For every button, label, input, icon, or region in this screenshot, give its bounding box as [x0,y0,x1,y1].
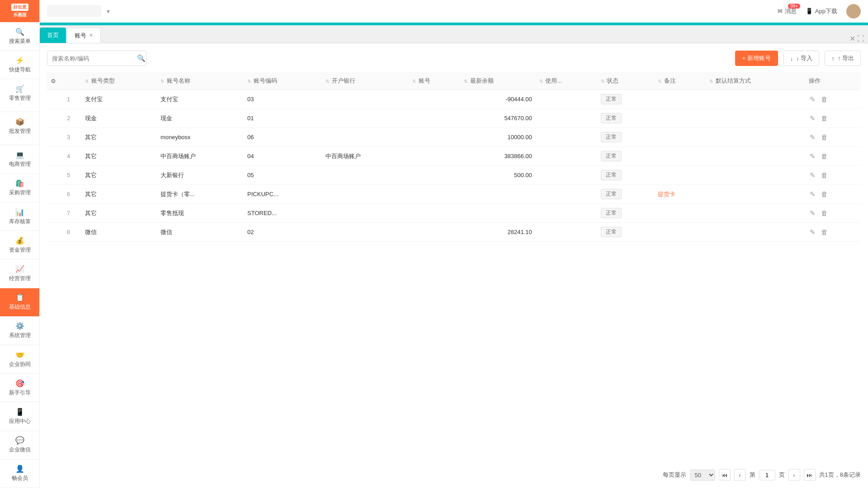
sort-account-icon: ⇅ [412,79,416,84]
col-default-header[interactable]: ⇅ 默认结算方式 [706,72,805,90]
sidebar-item-wechat[interactable]: 💬 企业微信 [0,431,39,460]
delete-button[interactable]: 🗑 [820,94,829,104]
sidebar-item-quicknav[interactable]: ⚡ 快捷导航 [0,51,39,79]
col-status-header[interactable]: ⇅ 状态 [597,72,655,90]
col-account-header[interactable]: ⇅ 账号 [409,72,460,90]
last-page-button[interactable]: ⏭ [804,469,816,481]
delete-button[interactable]: 🗑 [820,113,829,123]
sidebar-item-wholesale[interactable]: 📦 批发管理 › [0,112,39,145]
edit-button[interactable]: ✎ [809,132,816,142]
sidebar-item-retail[interactable]: 🛒 零售管理 › [0,79,39,112]
table-row: 5 其它 大新银行 05 500.00 正常 ✎ 🗑 [47,166,861,185]
row-remark-cell [654,166,706,185]
sort-balance-icon: ⇅ [464,79,467,84]
dropdown-arrow-icon[interactable]: ▾ [107,8,110,15]
sidebar-item-basicinfo[interactable]: 📋 基础信息 [0,288,39,317]
prev-page-button[interactable]: ‹ [734,469,746,481]
col-remark-label: 备注 [664,77,676,84]
page-number-input[interactable] [759,470,775,480]
sidebar-item-operations[interactable]: 📈 经营管理 [0,259,39,288]
sidebar-item-finance[interactable]: 💰 资金管理 [0,231,39,259]
row-name-cell: 提货卡（零... [157,185,244,204]
edit-button[interactable]: ✎ [809,113,816,123]
row-type-cell: 支付宝 [81,90,157,109]
row-account-cell [409,223,460,242]
search-wrap: 🔍 [47,51,146,66]
edit-button[interactable]: ✎ [809,189,816,199]
account-search-input[interactable] [47,52,132,65]
sidebar-item-purchase[interactable]: 🛍️ 采购管理 [0,174,39,202]
edit-button[interactable]: ✎ [809,170,816,180]
next-page-button[interactable]: › [788,469,800,481]
status-badge: 正常 [601,113,622,123]
row-bank-cell [322,166,409,185]
table-row: 2 现金 现金 01 547670.00 正常 ✎ 🗑 [47,109,861,128]
sidebar-item-enterprise[interactable]: 🤝 企业协同 [0,345,39,374]
app-download-button[interactable]: 📱 App下载 [806,7,837,15]
close-tab-action[interactable]: ✕ [849,34,855,43]
row-usage-cell [536,204,597,223]
search-submit-button[interactable]: 🔍 [132,51,146,66]
row-name-cell: 微信 [157,223,244,242]
expand-tab-action[interactable]: ⛶ [857,35,864,43]
status-badge: 正常 [601,94,622,104]
sidebar-item-appcenter[interactable]: 📱 应用中心 [0,402,39,431]
tab-account[interactable]: 账号 ✕ [67,28,101,43]
sidebar-item-label: 经营管理 [9,275,31,282]
appcenter-icon: 📱 [15,408,24,416]
export-button[interactable]: ↑ ↑ 导出 [825,51,861,66]
delete-button[interactable]: 🗑 [820,208,829,218]
col-name-header[interactable]: ⇅ 账号名称 [157,72,244,90]
col-remark-header[interactable]: ⇅ 备注 [654,72,706,90]
sidebar-item-label: 搜索菜单 [9,38,31,45]
row-name-cell: 支付宝 [157,90,244,109]
delete-button[interactable]: 🗑 [820,227,829,237]
page-content: 🔍 + 新增账号 ↓ ↓ 导入 ↑ ↑ 导出 ⚙ [40,43,868,488]
delete-button[interactable]: 🗑 [820,132,829,142]
sidebar-item-search[interactable]: 🔍 搜索菜单 [0,22,39,51]
sidebar-item-system[interactable]: ⚙️ 系统管理 [0,317,39,345]
row-balance-cell: 28241.10 [460,223,536,242]
import-button[interactable]: ↓ ↓ 导入 [783,51,820,66]
tab-home[interactable]: 首页 [40,28,66,43]
row-type-cell: 其它 [81,204,157,223]
content-spacer [47,242,861,464]
sidebar-item-ecommerce[interactable]: 💻 电商管理 [0,145,39,174]
row-name-cell: 零售抵现 [157,204,244,223]
sort-default-icon: ⇅ [709,79,713,84]
col-bank-header[interactable]: ⇅ 开户银行 [322,72,409,90]
row-num-cell: 8 [63,223,81,242]
message-button[interactable]: ✉ 消息 99+ [778,7,797,15]
user-avatar[interactable] [846,4,861,19]
sidebar-item-guide[interactable]: 🎯 新手引导 [0,374,39,402]
tab-close-icon[interactable]: ✕ [89,33,93,38]
wechat-icon: 💬 [15,436,24,445]
sidebar-item-inventory[interactable]: 📊 库存核算 [0,202,39,231]
table-header-row: ⚙ ⇅ 账号类型 ⇅ 账号名称 ⇅ 账号编码 [47,72,861,90]
delete-button[interactable]: 🗑 [820,189,829,199]
row-settings-cell [47,166,63,185]
col-usage-header[interactable]: ⇅ 使用... [536,72,597,90]
edit-button[interactable]: ✎ [809,151,816,161]
total-label: 共1页，8条记录 [819,471,861,479]
per-page-select[interactable]: 50 20 100 [690,469,715,481]
col-code-header[interactable]: ⇅ 账号编码 [244,72,322,90]
col-balance-header[interactable]: ⇅ 最新余额 [460,72,536,90]
edit-button[interactable]: ✎ [809,94,816,104]
delete-button[interactable]: 🗑 [820,151,829,161]
row-num-cell: 3 [63,128,81,147]
header-right: ✉ 消息 99+ 📱 App下载 [778,4,861,19]
row-type-cell: 微信 [81,223,157,242]
first-page-button[interactable]: ⏮ [719,469,731,481]
export-icon: ↑ [831,55,835,62]
edit-button[interactable]: ✎ [809,227,816,237]
col-type-header[interactable]: ⇅ 账号类型 [81,72,157,90]
edit-button[interactable]: ✎ [809,208,816,218]
sidebar-item-member[interactable]: 👤 畅会员 [0,460,39,488]
sidebar-item-label: 采购管理 [9,189,31,197]
status-badge: 正常 [601,189,622,199]
settings-gear-icon[interactable]: ⚙ [51,78,56,84]
global-search-input[interactable] [47,5,101,17]
delete-button[interactable]: 🗑 [820,170,829,180]
add-account-button[interactable]: + 新增账号 [735,51,778,66]
